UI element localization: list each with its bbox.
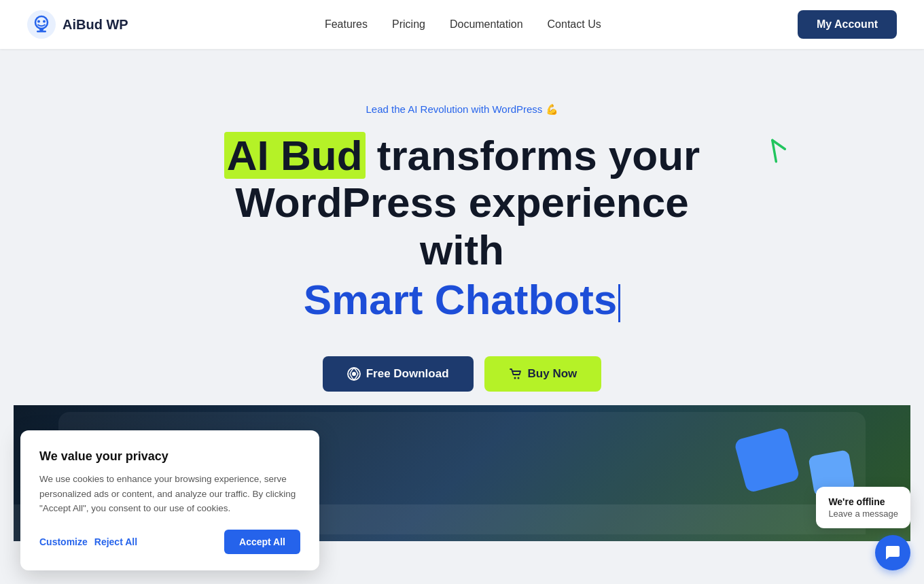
nav-contact[interactable]: Contact Us	[548, 18, 601, 31]
hero-highlight: AI Bud	[224, 132, 366, 179]
hero-heading-line1: AI Bud transforms your	[224, 132, 700, 179]
svg-point-0	[27, 10, 56, 39]
my-account-button[interactable]: My Account	[798, 10, 897, 39]
svg-point-3	[43, 20, 46, 23]
hero-typed-line: Smart Chatbots	[190, 276, 734, 323]
main-nav: Features Pricing Documentation Contact U…	[325, 18, 601, 31]
svg-rect-5	[37, 31, 46, 33]
hero-buttons: Free Download Buy Now	[14, 356, 910, 392]
nav-features[interactable]: Features	[325, 18, 368, 31]
chat-widget: We're offline Leave a message	[816, 487, 910, 568]
reject-all-button[interactable]: Reject All	[94, 536, 137, 547]
svg-point-9	[352, 372, 356, 376]
chat-bubble[interactable]: We're offline Leave a message	[816, 487, 910, 528]
typed-cursor	[618, 284, 620, 322]
blue-card-1	[734, 426, 800, 493]
nav-pricing[interactable]: Pricing	[392, 18, 425, 31]
cookie-body: We use cookies to enhance your browsing …	[39, 472, 300, 516]
nav-documentation[interactable]: Documentation	[450, 18, 523, 31]
cookie-banner: We value your privacy We use cookies to …	[20, 430, 319, 568]
chat-leave-text: Leave a message	[828, 509, 898, 519]
svg-point-11	[517, 377, 519, 379]
wordpress-icon	[347, 367, 361, 381]
logo[interactable]: AiBud WP	[27, 10, 128, 39]
free-download-button[interactable]: Free Download	[323, 356, 474, 392]
chat-icon-button[interactable]	[875, 535, 910, 568]
logo-icon	[27, 10, 56, 39]
svg-rect-4	[39, 29, 43, 31]
hero-tagline: Lead the AI Revolution with WordPress 💪	[14, 103, 910, 116]
chat-offline-text: We're offline	[828, 496, 898, 507]
logo-text: AiBud WP	[63, 17, 128, 33]
cookie-buttons: Customize Reject All Accept All	[39, 530, 300, 554]
sparkle-decoration	[758, 135, 790, 170]
svg-point-2	[37, 20, 40, 23]
buy-now-button[interactable]: Buy Now	[484, 356, 602, 392]
chat-icon	[884, 544, 902, 562]
hero-heading-line2: WordPress experience with	[235, 179, 688, 273]
hero-heading: AI Bud transforms your WordPress experie…	[190, 132, 734, 324]
svg-point-10	[514, 377, 516, 379]
cookie-title: We value your privacy	[39, 449, 300, 464]
accept-all-button[interactable]: Accept All	[224, 530, 300, 554]
cart-icon	[509, 367, 522, 381]
customize-button[interactable]: Customize	[39, 536, 88, 547]
